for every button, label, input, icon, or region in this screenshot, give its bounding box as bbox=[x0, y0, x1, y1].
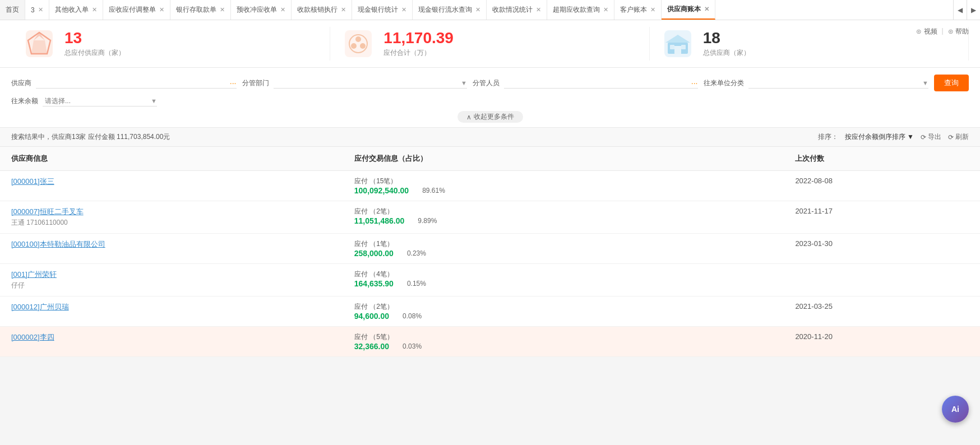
refresh-icon: ⟳ bbox=[948, 133, 954, 141]
supplier-input[interactable] bbox=[36, 78, 230, 88]
tx-amount[interactable]: 164,635.90 bbox=[354, 279, 394, 288]
nav-tab-collection-stat[interactable]: 收款情况统计 ✕ bbox=[487, 0, 547, 20]
sort-value[interactable]: 按应付余额倒序排序 ▼ bbox=[845, 132, 914, 142]
svg-rect-13 bbox=[670, 45, 674, 49]
supplier-link[interactable]: [000007]恒旺二手叉车 bbox=[11, 207, 84, 216]
tx-label: 应付 （5笔） bbox=[354, 332, 773, 342]
nav-tab-home[interactable]: 首页 bbox=[0, 0, 25, 20]
nav-prev-arrow[interactable]: ◀ bbox=[953, 0, 967, 20]
nav-tab-cash-bank-stat-label: 现金银行统计 bbox=[358, 5, 398, 15]
collapse-btn-wrapper: ∧ 收起更多条件 bbox=[11, 111, 969, 123]
supplier-link[interactable]: [000001]张三 bbox=[11, 177, 54, 186]
nav-tab-customer-ledger[interactable]: 客户账本 ✕ bbox=[614, 0, 662, 20]
nav-tab-prepay-ar[interactable]: 预收冲应收单 ✕ bbox=[231, 0, 292, 20]
supplier-sub: 仔仔 bbox=[11, 281, 332, 290]
nav-tab-cash-bank-stat[interactable]: 现金银行统计 ✕ bbox=[352, 0, 413, 20]
table-row: [001]广州荣轩仔仔应付 （4笔）164,635.900.15% bbox=[0, 264, 980, 296]
supplier-input-wrapper: ··· bbox=[36, 78, 237, 89]
sort-chevron-icon: ▼ bbox=[907, 133, 914, 141]
balance-input-wrapper: ▼ bbox=[43, 96, 157, 106]
supplier-dots-icon[interactable]: ··· bbox=[230, 78, 237, 87]
close-icon[interactable]: ✕ bbox=[650, 6, 655, 13]
nav-tab-collection-verify-label: 收款核销执行 bbox=[297, 5, 338, 15]
close-icon[interactable]: ✕ bbox=[220, 6, 225, 13]
nav-next-arrow[interactable]: ▶ bbox=[967, 0, 980, 20]
total-amount-label: 应付合计（万） bbox=[383, 48, 454, 58]
close-icon[interactable]: ✕ bbox=[475, 6, 480, 13]
person-label: 分管人员 bbox=[473, 78, 500, 88]
tx-amount[interactable]: 100,092,540.00 bbox=[354, 186, 409, 195]
close-icon[interactable]: ✕ bbox=[38, 6, 43, 13]
chevron-down-icon[interactable]: ▼ bbox=[461, 80, 467, 86]
supplier-info-cell: [000100]本特勒油品有限公司 bbox=[0, 234, 343, 264]
query-button[interactable]: 查询 bbox=[934, 75, 969, 91]
supplier-info-cell: [001]广州荣轩仔仔 bbox=[0, 264, 343, 296]
help-icon: ⊙ bbox=[948, 27, 954, 35]
total-all-suppliers-label: 总供应商（家） bbox=[703, 48, 750, 58]
last-pay-cell: 2023-01-30 bbox=[784, 234, 980, 264]
nav-tab-other-income[interactable]: 其他收入单 ✕ bbox=[49, 0, 103, 20]
tx-amount[interactable]: 94,600.00 bbox=[354, 312, 389, 321]
nav-tab-collection-verify[interactable]: 收款核销执行 ✕ bbox=[292, 0, 352, 20]
help-link[interactable]: ⊙ 帮助 bbox=[948, 27, 969, 36]
supplier-link[interactable]: [000002]李四 bbox=[11, 333, 54, 341]
video-link[interactable]: ⊙ 视频 bbox=[916, 27, 937, 36]
last-pay-date: 2021-03-25 bbox=[795, 302, 833, 310]
close-icon[interactable]: ✕ bbox=[603, 6, 608, 13]
nav-tab-ar-ap-adjust[interactable]: 应收应付调整单 ✕ bbox=[103, 0, 170, 20]
close-icon[interactable]: ✕ bbox=[401, 6, 406, 13]
nav-tab-collection-stat-label: 收款情况统计 bbox=[492, 5, 533, 15]
close-icon[interactable]: ✕ bbox=[704, 6, 709, 13]
svg-point-8 bbox=[360, 43, 366, 49]
total-suppliers-label: 总应付供应商（家） bbox=[64, 48, 125, 58]
results-actions: 排序： 按应付余额倒序排序 ▼ ⟳ 导出 ⟳ 刷新 bbox=[818, 132, 969, 142]
close-icon[interactable]: ✕ bbox=[92, 6, 97, 13]
supplier-link[interactable]: [000012]广州贝瑞 bbox=[11, 303, 69, 311]
department-label: 分管部门 bbox=[242, 78, 269, 88]
data-table: 供应商信息 应付交易信息（占比） 上次付数 [000001]张三应付 （15笔）… bbox=[0, 147, 980, 357]
tx-percent: 0.15% bbox=[407, 280, 426, 288]
col-tx-info: 应付交易信息（占比） bbox=[343, 147, 784, 171]
total-amount-number: 11,170.39 bbox=[383, 30, 454, 46]
table-header: 供应商信息 应付交易信息（占比） 上次付数 bbox=[0, 147, 980, 171]
close-icon[interactable]: ✕ bbox=[341, 6, 346, 13]
nav-tab-supplier-ledger[interactable]: 供应商账本 ✕ bbox=[662, 0, 715, 20]
category-chevron-icon[interactable]: ▼ bbox=[922, 80, 928, 86]
balance-chevron-icon[interactable]: ▼ bbox=[151, 98, 157, 104]
close-icon[interactable]: ✕ bbox=[280, 6, 285, 13]
nav-tab-3[interactable]: 3 ✕ bbox=[25, 0, 49, 20]
nav-tab-cash-bank-flow[interactable]: 现金银行流水查询 ✕ bbox=[413, 0, 487, 20]
last-pay-cell: 2021-11-17 bbox=[784, 201, 980, 234]
collapse-button[interactable]: ∧ 收起更多条件 bbox=[457, 111, 523, 123]
nav-tab-overdue-ar[interactable]: 超期应收款查询 ✕ bbox=[547, 0, 614, 20]
refresh-button[interactable]: ⟳ 刷新 bbox=[948, 132, 969, 142]
supplier-link[interactable]: [001]广州荣轩 bbox=[11, 270, 57, 279]
video-icon: ⊙ bbox=[916, 27, 922, 35]
supplier-link[interactable]: [000100]本特勒油品有限公司 bbox=[11, 240, 105, 248]
summary-text-suppliers: 13 总应付供应商（家） bbox=[64, 30, 125, 58]
category-input[interactable] bbox=[748, 78, 921, 88]
close-icon[interactable]: ✕ bbox=[159, 6, 164, 13]
department-input-wrapper: ▼ bbox=[274, 78, 468, 89]
department-input[interactable] bbox=[274, 78, 459, 88]
person-dots-icon[interactable]: ··· bbox=[691, 78, 698, 87]
last-pay-date: 2022-08-08 bbox=[795, 177, 833, 185]
balance-input[interactable] bbox=[43, 96, 149, 106]
nav-tab-bank-deposit[interactable]: 银行存取款单 ✕ bbox=[170, 0, 231, 20]
last-pay-cell bbox=[784, 264, 980, 296]
person-input[interactable] bbox=[504, 78, 691, 88]
export-button[interactable]: ⟳ 导出 bbox=[921, 132, 941, 142]
last-pay-date: 2020-11-20 bbox=[795, 332, 833, 341]
tx-amount[interactable]: 11,051,486.00 bbox=[354, 216, 405, 225]
table-row: [000002]李四应付 （5笔）32,366.000.03%2020-11-2… bbox=[0, 327, 980, 357]
tx-amount[interactable]: 32,366.00 bbox=[354, 342, 389, 351]
collapse-label: 收起更多条件 bbox=[474, 112, 514, 122]
person-input-wrapper: ··· bbox=[504, 78, 698, 89]
filter-row-2: 往来余额 ▼ bbox=[11, 96, 969, 106]
close-icon[interactable]: ✕ bbox=[536, 6, 541, 13]
tx-amount[interactable]: 258,000.00 bbox=[354, 249, 394, 258]
supplier-sub: 王通 17106110000 bbox=[11, 218, 332, 228]
last-pay-date: 2021-11-17 bbox=[795, 207, 833, 215]
svg-point-6 bbox=[355, 36, 361, 42]
tx-info-cell: 应付 （1笔）258,000.000.23% bbox=[343, 234, 784, 264]
